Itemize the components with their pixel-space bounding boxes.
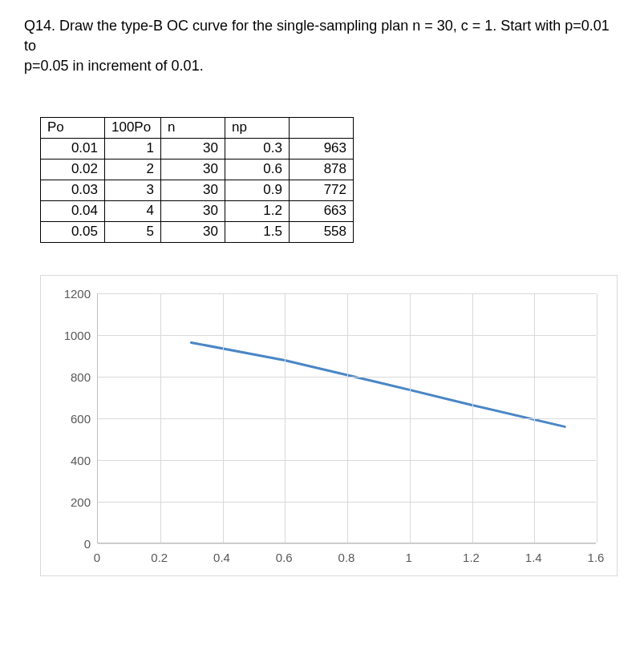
cell-po: 0.05 [41,221,105,242]
y-tick-label: 800 [49,369,91,383]
plot-area [97,293,596,543]
x-tick-label: 0.8 [338,551,355,564]
header-np: np [225,117,290,138]
vgrid-line [597,293,597,543]
x-tick-label: 0.6 [276,551,293,564]
header-100po: 100Po [105,117,161,138]
chart-container: 02004006008001000120000.20.40.60.811.21.… [40,275,618,576]
cell-n: 30 [161,221,225,242]
cell-n: 30 [161,200,225,221]
vgrid-line [472,293,473,543]
header-pa [290,117,354,138]
y-tick-label: 600 [49,411,91,425]
x-tick-label: 0.4 [213,551,230,564]
cell-np: 1.5 [225,221,290,242]
cell-pa: 772 [290,180,354,200]
cell-hundredpo: 1 [105,138,161,159]
cell-pa: 663 [290,200,354,221]
cell-hundredpo: 2 [105,159,161,180]
x-tick-label: 0 [94,551,100,564]
cell-po: 0.03 [41,180,105,200]
table-row: 0.011300.3963 [41,138,354,159]
vgrid-line [223,293,224,543]
cell-pa: 878 [290,159,354,180]
x-tick-label: 1.2 [463,551,480,564]
cell-np: 0.6 [225,159,290,180]
question-line-2: p=0.05 in increment of 0.01. [24,58,204,74]
cell-po: 0.02 [41,159,105,180]
vgrid-line [534,293,535,543]
cell-po: 0.01 [41,138,105,159]
table-row: 0.044301.2663 [41,200,354,221]
x-tick-label: 1.4 [525,551,542,564]
x-tick-label: 0.2 [151,551,168,564]
x-tick-label: 1.6 [588,551,605,564]
vgrid-line [347,293,348,543]
cell-hundredpo: 3 [105,180,161,200]
cell-n: 30 [161,138,225,159]
question-text: Q14. Draw the type-B OC curve for the si… [24,16,620,77]
cell-n: 30 [161,159,225,180]
vgrid-line [285,293,286,543]
cell-np: 1.2 [225,200,290,221]
hgrid-line [98,543,596,544]
oc-chart: 02004006008001000120000.20.40.60.811.21.… [49,287,602,567]
vgrid-line [410,293,411,543]
table-row: 0.033300.9772 [41,180,354,200]
vgrid-line [160,293,161,543]
header-n: n [161,117,225,138]
cell-po: 0.04 [41,200,105,221]
oc-data-table: Po 100Po n np 0.011300.39630.022300.6878… [40,117,354,243]
cell-pa: 963 [290,138,354,159]
cell-np: 0.9 [225,180,290,200]
y-tick-label: 1000 [49,328,91,341]
cell-hundredpo: 4 [105,200,161,221]
cell-pa: 558 [290,221,354,242]
cell-np: 0.3 [225,138,290,159]
question-line-1: Q14. Draw the type-B OC curve for the si… [24,18,610,54]
header-po: Po [41,117,105,138]
table-row: 0.055301.5558 [41,221,354,242]
y-tick-label: 0 [49,536,91,550]
y-tick-label: 400 [49,453,91,466]
table-row: 0.022300.6878 [41,159,354,180]
y-tick-label: 1200 [49,286,91,300]
y-tick-label: 200 [49,495,91,508]
series-polyline [191,342,565,426]
cell-hundredpo: 5 [105,221,161,242]
cell-n: 30 [161,180,225,200]
table-header-row: Po 100Po n np [41,117,354,138]
x-tick-label: 1 [406,551,412,564]
